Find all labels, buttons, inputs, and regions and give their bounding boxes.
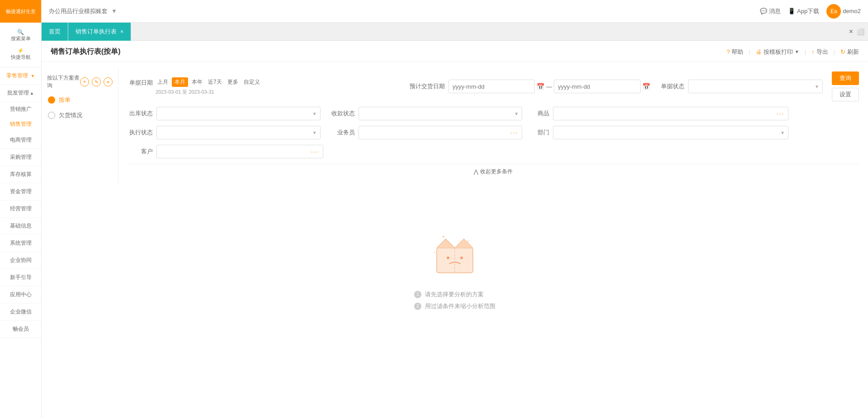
sidebar-item-ecommerce[interactable]: 电商管理 <box>0 132 41 149</box>
refresh-icon: ↻ <box>840 48 845 55</box>
edit-scheme-button[interactable]: ✎ <box>92 77 101 86</box>
empty-state: 1 请先选择要分析的方案 2 用过滤条件来缩小分析范围 <box>42 189 868 348</box>
right-filter: 单据日期 上月 本月 本年 近7天 更多 自定义 2023-03-0 <box>118 67 868 184</box>
sidebar-item-newbie[interactable]: 新手引导 <box>0 269 41 286</box>
exec-status-select-wrapper <box>156 126 321 139</box>
chevron-up-icon: ▲ <box>30 91 34 95</box>
salesperson-dots-button[interactable]: ··· <box>510 129 519 136</box>
scheme-item-debt[interactable]: 欠货情况 <box>42 108 118 123</box>
add-scheme-button[interactable]: + <box>80 77 89 86</box>
empty-tips: 1 请先选择要分析的方案 2 用过滤条件来缩小分析范围 <box>414 289 495 312</box>
sidebar-item-system[interactable]: 系统管理 <box>0 235 41 252</box>
collapse-left-button[interactable]: « <box>104 77 113 86</box>
sidebar-item-member[interactable]: 畅会员 <box>0 321 41 338</box>
filter-receipt-status-item: 收款状态 <box>330 107 523 120</box>
scheme-item-by-order[interactable]: 按单 <box>42 92 118 108</box>
active-scheme-dot <box>48 96 55 104</box>
product-input-wrapper[interactable]: ··· <box>553 107 788 120</box>
quick-nav-item[interactable]: ⚡ 快捷导航 <box>3 45 38 63</box>
last-month-btn[interactable]: 上月 <box>156 77 170 87</box>
industry-dropdown-icon[interactable]: ▼ <box>111 8 117 14</box>
sidebar-item-label: 企业协同 <box>10 257 32 263</box>
user-menu[interactable]: Ea demo2 <box>826 4 861 19</box>
page-content: 销售订单执行表(按单) ? 帮助 | 🖨 按模板打印 ▼ | ↑ 导出 | <box>42 41 868 418</box>
product-label: 商品 <box>531 109 549 118</box>
svg-point-3 <box>468 241 469 242</box>
more-date-btn[interactable]: 更多 <box>226 77 240 87</box>
quick-nav-label: 快捷导航 <box>3 54 38 61</box>
this-year-btn[interactable]: 本年 <box>190 77 204 87</box>
sidebar-item-label: 企业微信 <box>10 309 32 315</box>
delivery-status-select[interactable] <box>156 107 321 120</box>
receipt-status-select[interactable] <box>359 107 523 120</box>
sidebar-item-retail[interactable]: 零售管理 ▼ <box>0 67 41 85</box>
filter-order-status-item: 单据状态 <box>659 80 823 93</box>
calendar-end-icon[interactable]: 📅 <box>642 83 650 90</box>
print-icon: 🖨 <box>756 48 762 55</box>
sidebar-item-operations[interactable]: 经营管理 <box>0 200 41 218</box>
sidebar-item-label: 电商管理 <box>10 137 32 143</box>
page-actions: ? 帮助 | 🖨 按模板打印 ▼ | ↑ 导出 | ↻ 刷新 <box>726 48 859 56</box>
filter-exec-status-item: 执行状态 <box>127 126 321 139</box>
sidebar-item-sales[interactable]: 销售管理 <box>0 117 41 132</box>
industry-label: 办公用品行业模拟账套 <box>49 7 108 15</box>
tab-sales-order[interactable]: 销售订单执行表 × <box>68 23 131 41</box>
scheme-by-order-label: 按单 <box>59 96 71 104</box>
expected-date-range: 📅 — 📅 <box>448 80 650 93</box>
message-button[interactable]: 💬 消息 <box>760 7 781 15</box>
sidebar-item-basic[interactable]: 基础信息 <box>0 218 41 235</box>
filter-customer-item: 客户 ··· <box>127 145 323 158</box>
tab-home-label: 首页 <box>49 28 61 36</box>
template-print-button[interactable]: 🖨 按模板打印 ▼ <box>756 48 799 56</box>
order-status-select[interactable] <box>688 80 823 93</box>
sidebar-item-label: 销售管理 <box>10 121 32 127</box>
query-button[interactable]: 查询 <box>832 71 859 85</box>
sidebar-item-inventory[interactable]: 库存核算 <box>0 166 41 183</box>
custom-date-btn[interactable]: 自定义 <box>242 77 262 87</box>
window-close-button[interactable]: × <box>849 28 853 36</box>
filter-row-3: 执行状态 业务员 ··· 部门 <box>127 126 859 139</box>
refresh-label: 刷新 <box>847 48 859 56</box>
tab-home[interactable]: 首页 <box>42 23 68 41</box>
app-download-button[interactable]: 📱 App下载 <box>788 7 819 15</box>
topbar: 办公用品行业模拟账套 ▼ 💬 消息 📱 App下载 Ea demo2 <box>42 0 868 23</box>
collapse-label: 收起更多条件 <box>480 168 513 176</box>
sidebar-item-wholesale[interactable]: 批发管理 ▲ <box>0 85 41 102</box>
sidebar-item-enterprise[interactable]: 企业协同 <box>0 252 41 269</box>
salesperson-input-wrapper[interactable]: ··· <box>359 126 523 139</box>
window-maximize-button[interactable]: ⬜ <box>857 28 864 35</box>
this-month-btn[interactable]: 本月 <box>172 77 188 87</box>
sidebar-item-label: 批发管理 <box>7 89 29 97</box>
search-menu-item[interactable]: 🔍 搜索菜单 <box>3 26 38 45</box>
refresh-button[interactable]: ↻ 刷新 <box>840 48 859 56</box>
page-title: 销售订单执行表(按单) <box>51 47 121 57</box>
tab-close-button[interactable]: × <box>120 28 123 35</box>
customer-input-wrapper[interactable]: ··· <box>156 145 323 158</box>
sidebar-item-marketing[interactable]: 营销推广 <box>0 102 41 117</box>
chevron-collapse-icon: ⋀ <box>474 169 478 175</box>
customer-dots-button[interactable]: ··· <box>311 148 319 155</box>
collapse-filter-button[interactable]: ⋀ 收起更多条件 <box>474 168 513 176</box>
sidebar-item-wechat[interactable]: 企业微信 <box>0 304 41 321</box>
exec-status-select[interactable] <box>156 126 321 139</box>
settings-button[interactable]: 设置 <box>832 88 859 101</box>
last-7-days-btn[interactable]: 近7天 <box>206 77 224 87</box>
search-icon: 🔍 <box>17 29 24 35</box>
sidebar-item-finance[interactable]: 资金管理 <box>0 183 41 200</box>
expected-delivery-label: 预计交货日期 <box>410 82 445 90</box>
product-dots-button[interactable]: ··· <box>776 110 784 117</box>
calendar-start-icon[interactable]: 📅 <box>537 83 544 90</box>
export-button[interactable]: ↑ 导出 <box>811 48 828 56</box>
sidebar-item-label: 经营管理 <box>10 205 32 212</box>
help-button[interactable]: ? 帮助 <box>726 48 743 56</box>
sidebar-item-appstore[interactable]: 应用中心 <box>0 286 41 304</box>
department-select[interactable] <box>553 126 788 139</box>
expected-date-start-input[interactable] <box>448 80 535 93</box>
expected-date-end-input[interactable] <box>554 80 640 93</box>
filter-expected-date-item: 预计交货日期 📅 — 📅 <box>410 80 650 93</box>
left-panel-actions: + ✎ « <box>80 77 113 86</box>
sidebar-item-purchase[interactable]: 采购管理 <box>0 149 41 166</box>
tab-sales-order-label: 销售订单执行表 <box>75 28 117 36</box>
tabbar: 首页 销售订单执行表 × × ⬜ <box>42 23 868 41</box>
user-name: demo2 <box>843 8 861 14</box>
